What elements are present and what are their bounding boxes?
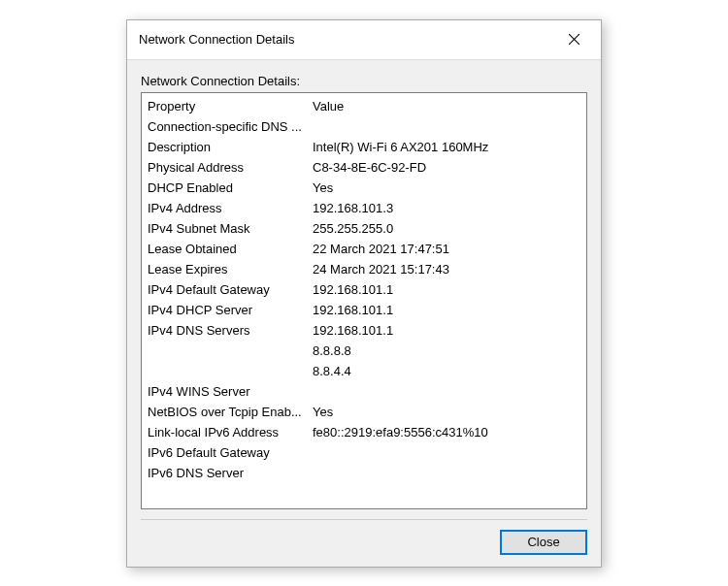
value-cell: 192.168.101.3 (313, 198, 580, 218)
value-cell: C8-34-8E-6C-92-FD (313, 157, 580, 178)
list-item[interactable]: Physical AddressC8-34-8E-6C-92-FD (148, 157, 580, 178)
list-item[interactable]: DHCP EnabledYes (148, 178, 580, 198)
property-cell: DHCP Enabled (148, 178, 313, 198)
value-cell: Intel(R) Wi-Fi 6 AX201 160MHz (313, 137, 580, 157)
value-cell: 8.8.4.4 (313, 361, 580, 381)
property-cell: Lease Obtained (148, 239, 313, 259)
list-item[interactable]: IPv6 DNS Server (148, 463, 580, 483)
property-cell: Description (148, 137, 313, 157)
footer: Close (141, 530, 587, 555)
property-cell: IPv4 Default Gateway (148, 279, 313, 300)
header-property: Property (148, 96, 313, 116)
value-cell: 255.255.255.0 (313, 218, 580, 239)
property-cell (148, 361, 313, 381)
value-cell: Yes (313, 402, 580, 422)
value-cell (313, 463, 580, 483)
details-list[interactable]: Property Value Connection-specific DNS .… (141, 92, 587, 509)
window-title: Network Connection Details (139, 32, 294, 47)
value-cell: 192.168.101.1 (313, 279, 580, 300)
list-item[interactable]: DescriptionIntel(R) Wi-Fi 6 AX201 160MHz (148, 137, 580, 157)
close-icon-button[interactable] (556, 28, 591, 51)
list-item[interactable]: IPv4 WINS Server (148, 381, 580, 402)
value-cell: 192.168.101.1 (313, 300, 580, 320)
property-cell: Link-local IPv6 Address (148, 422, 313, 442)
property-cell: IPv4 DHCP Server (148, 300, 313, 320)
value-cell: fe80::2919:efa9:5556:c431%10 (313, 422, 580, 442)
property-cell: Lease Expires (148, 259, 313, 279)
list-item[interactable]: Connection-specific DNS ... (148, 116, 580, 137)
header-row: Property Value (148, 96, 580, 116)
list-item[interactable]: Link-local IPv6 Addressfe80::2919:efa9:5… (148, 422, 580, 442)
close-icon (569, 34, 579, 45)
section-label: Network Connection Details: (141, 74, 587, 88)
value-cell: 24 March 2021 15:17:43 (313, 259, 580, 279)
dialog-content: Network Connection Details: Property Val… (127, 60, 601, 567)
list-item[interactable]: Lease Expires24 March 2021 15:17:43 (148, 259, 580, 279)
property-cell: NetBIOS over Tcpip Enab... (148, 402, 313, 422)
property-cell: Physical Address (148, 157, 313, 178)
property-cell: IPv4 WINS Server (148, 381, 313, 402)
close-button[interactable]: Close (500, 530, 587, 555)
list-item[interactable]: IPv4 DHCP Server192.168.101.1 (148, 300, 580, 320)
network-details-dialog: Network Connection Details Network Conne… (126, 19, 602, 568)
property-cell: IPv6 DNS Server (148, 463, 313, 483)
property-cell: IPv4 DNS Servers (148, 320, 313, 341)
list-item[interactable]: 8.8.8.8 (148, 341, 580, 361)
value-cell: 192.168.101.1 (313, 320, 580, 341)
value-cell (313, 442, 580, 463)
property-cell: IPv6 Default Gateway (148, 442, 313, 463)
list-item[interactable]: 8.8.4.4 (148, 361, 580, 381)
property-cell: IPv4 Subnet Mask (148, 218, 313, 239)
header-value: Value (313, 96, 580, 116)
value-cell: Yes (313, 178, 580, 198)
list-item[interactable]: IPv4 Address192.168.101.3 (148, 198, 580, 218)
value-cell: 22 March 2021 17:47:51 (313, 239, 580, 259)
list-item[interactable]: Lease Obtained22 March 2021 17:47:51 (148, 239, 580, 259)
list-item[interactable]: IPv6 Default Gateway (148, 442, 580, 463)
divider (141, 519, 587, 520)
list-item[interactable]: IPv4 DNS Servers192.168.101.1 (148, 320, 580, 341)
list-item[interactable]: IPv4 Subnet Mask255.255.255.0 (148, 218, 580, 239)
property-cell: Connection-specific DNS ... (148, 116, 313, 137)
titlebar: Network Connection Details (127, 20, 601, 60)
property-cell (148, 341, 313, 361)
list-item[interactable]: IPv4 Default Gateway192.168.101.1 (148, 279, 580, 300)
value-cell (313, 381, 580, 402)
value-cell: 8.8.8.8 (313, 341, 580, 361)
value-cell (313, 116, 580, 137)
list-item[interactable]: NetBIOS over Tcpip Enab...Yes (148, 402, 580, 422)
property-cell: IPv4 Address (148, 198, 313, 218)
